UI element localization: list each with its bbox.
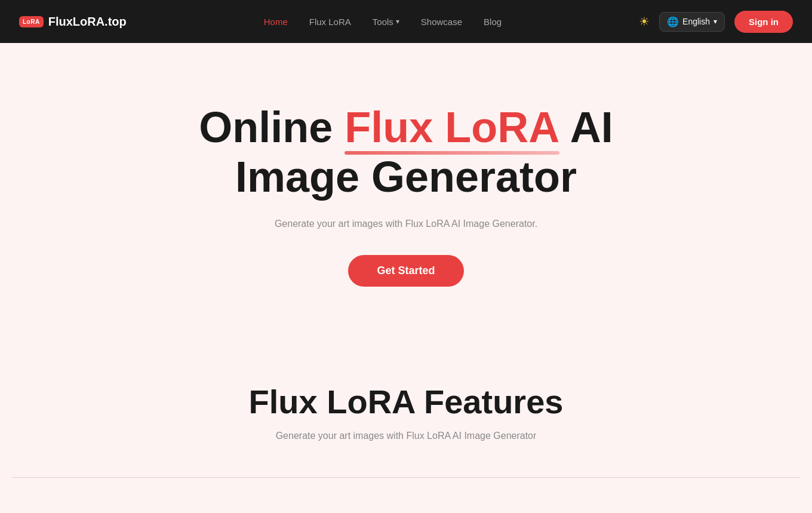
features-section: Flux LoRA Features Generate your art ima…: [0, 334, 812, 502]
logo-brand: FluxLoRA: [48, 15, 104, 28]
features-subtitle: Generate your art images with Flux LoRA …: [276, 431, 537, 441]
sign-in-button[interactable]: Sign in: [734, 11, 793, 33]
theme-toggle-button[interactable]: ☀: [639, 14, 650, 29]
hero-title-highlight: Flux LoRA: [345, 103, 559, 152]
hero-section: Online Flux LoRA AI Image Generator Gene…: [0, 43, 812, 334]
globe-icon: 🌐: [667, 16, 679, 27]
logo-badge: LoRA: [19, 16, 44, 27]
logo-suffix: .top: [104, 15, 127, 28]
chevron-down-icon: ▾: [396, 17, 399, 26]
nav-tools-label: Tools: [373, 17, 393, 27]
language-label: English: [682, 17, 710, 26]
navbar-right: ☀ 🌐 English ▾ Sign in: [639, 11, 793, 33]
sun-icon: ☀: [639, 14, 650, 29]
nav-blog[interactable]: Blog: [484, 17, 502, 27]
get-started-button[interactable]: Get Started: [348, 255, 463, 287]
logo-text: FluxLoRA.top: [48, 15, 127, 29]
navbar-logo[interactable]: LoRA FluxLoRA.top: [19, 15, 127, 29]
nav-home[interactable]: Home: [264, 17, 288, 27]
navbar-center: Home Flux LoRA Tools ▾ Showcase Blog: [264, 17, 502, 27]
nav-tools[interactable]: Tools ▾: [373, 17, 399, 27]
hero-title: Online Flux LoRA AI Image Generator: [167, 103, 645, 202]
language-selector[interactable]: 🌐 English ▾: [659, 12, 725, 32]
hero-title-before: Online: [199, 103, 333, 151]
nav-showcase[interactable]: Showcase: [421, 17, 462, 27]
navbar: LoRA FluxLoRA.top Home Flux LoRA Tools ▾…: [0, 0, 812, 43]
hero-subtitle: Generate your art images with Flux LoRA …: [275, 216, 537, 232]
nav-flux-lora[interactable]: Flux LoRA: [309, 17, 351, 27]
section-divider: [12, 477, 800, 478]
features-title: Flux LoRA Features: [249, 382, 564, 421]
lang-chevron-icon: ▾: [713, 17, 717, 26]
